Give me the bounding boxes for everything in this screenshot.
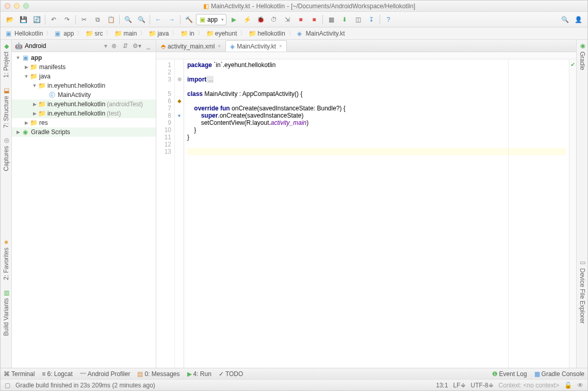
inspection-ok-icon: ✔	[570, 61, 575, 68]
stop2-icon[interactable]: ■	[308, 13, 320, 26]
crumb-hellokotlin[interactable]: 📁hellokotlin	[247, 30, 287, 37]
profile-icon[interactable]: ⏱	[268, 13, 280, 26]
user-icon[interactable]: 👤	[572, 13, 584, 26]
tree-androidtest[interactable]: ▶📁in.eyehunt.hellokotlin(androidTest)	[12, 100, 156, 109]
avd-icon[interactable]: ▦	[325, 13, 337, 26]
replace-icon[interactable]: 🔍	[135, 13, 148, 26]
project-tree[interactable]: ▼▣app ▶📁manifests ▼📁java ▼📁in.eyehunt.he…	[12, 52, 156, 368]
left-tool-rail: 1: Project◆ 7: Structure◧ Captures◎ 2: F…	[1, 40, 12, 368]
hide-icon[interactable]: ⎯	[143, 41, 153, 51]
crumb-project[interactable]: ▣Hellokotlin	[4, 30, 45, 37]
help-icon[interactable]: ?	[382, 13, 395, 26]
hector-icon[interactable]: 👁	[577, 382, 583, 389]
make-icon[interactable]: 🔨	[183, 13, 195, 26]
caret-position[interactable]: 13:1	[436, 382, 448, 389]
marker-bar: ⊕◆●	[175, 59, 184, 368]
error-stripe[interactable]: ✔	[569, 59, 576, 368]
status-bar: ▢ Gradle build finished in 23s 209ms (2 …	[1, 379, 587, 390]
crumb-file[interactable]: ◈MainActivity.kt	[295, 30, 347, 37]
tool-todo[interactable]: ✓TODO	[219, 370, 243, 378]
collapse-icon[interactable]: ⇵	[121, 41, 130, 51]
title-bar: ◧ MainActivity.kt - Hellokotlin - [~/Doc…	[1, 1, 587, 12]
tree-test[interactable]: ▶📁in.eyehunt.hellokotlin(test)	[12, 109, 156, 118]
close-icon[interactable]: ×	[279, 43, 282, 49]
project-view-mode[interactable]: Android	[25, 42, 46, 50]
undo-icon[interactable]: ↶	[47, 13, 60, 26]
tree-manifests[interactable]: ▶📁manifests	[12, 62, 156, 72]
line-ending[interactable]: LF≑	[453, 382, 466, 389]
tool-captures[interactable]: Captures◎	[3, 136, 10, 172]
tool-project[interactable]: 1: Project◆	[3, 42, 10, 79]
line-gutter: 1235678910111213	[156, 59, 175, 368]
tool-gradle[interactable]: ◉Gradle	[579, 42, 586, 71]
tool-event-log[interactable]: ❶Event Log	[492, 370, 527, 378]
tree-java[interactable]: ▼📁java	[12, 72, 156, 81]
zoom-window-dot[interactable]	[23, 3, 29, 9]
breadcrumb: ▣Hellokotlin〉 ▣app〉 📁src〉 📁main〉 📁java〉 …	[1, 27, 587, 40]
tree-app[interactable]: ▼▣app	[12, 53, 156, 62]
back-icon[interactable]: ←	[152, 13, 165, 26]
sync-icon[interactable]: 🔄	[30, 13, 43, 26]
scroll-from-source-icon[interactable]: ⊕	[109, 41, 119, 51]
title-path: [~/Documents/AndroidWorkspace/Hellokotli…	[291, 3, 415, 10]
tool-device-explorer[interactable]: ▯Device File Explorer	[579, 258, 586, 324]
tree-res[interactable]: ▶📁res	[12, 118, 156, 127]
project-tool-window: 🤖Android▾ ⊕ ⇵ ⚙▾ ⎯ ▼▣app ▶📁manifests ▼📁j…	[12, 40, 156, 368]
tool-terminal[interactable]: ⌘Terminal	[4, 370, 35, 378]
context-label[interactable]: Context: <no context>	[499, 382, 559, 389]
apply-changes-icon[interactable]: ⚡	[241, 13, 253, 26]
tool-run[interactable]: ▶4: Run	[187, 370, 211, 378]
code-editor[interactable]: 1235678910111213 ⊕◆● package `in`.eyehun…	[156, 59, 576, 368]
redo-icon[interactable]: ↷	[61, 13, 73, 26]
close-window-dot[interactable]	[5, 3, 10, 9]
main-toolbar: 📂 💾 🔄 ↶ ↷ ✂ ⧉ 📋 🔍 🔍 ← → 🔨 ▣app ▶ ⚡ 🐞 ⏱ ⇲…	[1, 12, 587, 27]
title-file: MainActivity.kt	[211, 3, 250, 10]
crumb-in[interactable]: 📁in	[178, 30, 196, 37]
find-icon[interactable]: 🔍	[122, 13, 134, 26]
editor-area: ⬘activity_main.xml× ◈MainActivity.kt× 12…	[156, 40, 576, 368]
save-icon[interactable]: 💾	[17, 13, 29, 26]
file-encoding[interactable]: UTF-8≑	[471, 382, 494, 389]
bottom-tool-bar: ⌘Terminal ≡6: Logcat 〰Android Profiler ▤…	[1, 368, 587, 379]
crumb-src[interactable]: 📁src	[84, 30, 105, 37]
forward-icon[interactable]: →	[166, 13, 178, 26]
settings-icon[interactable]: ⚙▾	[132, 41, 141, 51]
status-message: Gradle build finished in 23s 209ms (2 mi…	[15, 382, 155, 389]
title-project: Hellokotlin	[256, 3, 285, 10]
crumb-app[interactable]: ▣app	[53, 30, 76, 37]
tool-build-variants[interactable]: Build Variants▤	[3, 288, 10, 337]
stop-icon[interactable]: ■	[295, 13, 307, 26]
tab-main[interactable]: ◈MainActivity.kt×	[225, 40, 287, 52]
android-icon: 🤖	[15, 42, 23, 50]
crumb-main[interactable]: 📁main	[112, 30, 139, 37]
cut-icon[interactable]: ✂	[78, 13, 90, 26]
lock-icon[interactable]: 🔓	[564, 382, 572, 389]
copy-icon[interactable]: ⧉	[91, 13, 104, 26]
tree-gradle[interactable]: ▶◉Gradle Scripts	[12, 127, 156, 137]
tree-mainactivity[interactable]: ⓒMainActivity	[12, 90, 156, 100]
device-icon[interactable]: ↧	[365, 13, 378, 26]
tool-favorites[interactable]: 2: Favorites★	[3, 238, 10, 281]
debug-icon[interactable]: 🐞	[254, 13, 267, 26]
open-icon[interactable]: 📂	[4, 13, 16, 26]
layout-inspector-icon[interactable]: ◫	[352, 13, 364, 26]
minimize-window-dot[interactable]	[14, 3, 20, 9]
tool-structure[interactable]: 7: Structure◧	[3, 86, 10, 129]
search-icon[interactable]: 🔍	[559, 13, 571, 26]
tool-logcat[interactable]: ≡6: Logcat	[42, 370, 72, 378]
tab-layout[interactable]: ⬘activity_main.xml×	[156, 40, 225, 52]
tool-profiler[interactable]: 〰Android Profiler	[80, 370, 130, 378]
close-icon[interactable]: ×	[218, 43, 221, 49]
right-tool-rail: ◉Gradle ▯Device File Explorer	[576, 40, 587, 368]
run-config-select[interactable]: ▣app	[196, 14, 226, 25]
crumb-eyehunt[interactable]: 📁eyehunt	[204, 30, 239, 37]
attach-icon[interactable]: ⇲	[281, 13, 293, 26]
crumb-java[interactable]: 📁java	[146, 30, 171, 37]
status-icon[interactable]: ▢	[5, 382, 10, 389]
tree-pkg[interactable]: ▼📁in.eyehunt.hellokotlin	[12, 81, 156, 90]
paste-icon[interactable]: 📋	[105, 13, 117, 26]
tool-messages[interactable]: ▤0: Messages	[137, 370, 179, 378]
tool-gradle-console[interactable]: ▦Gradle Console	[534, 370, 584, 378]
run-icon[interactable]: ▶	[227, 13, 240, 26]
sdk-icon[interactable]: ⬇	[338, 13, 351, 26]
